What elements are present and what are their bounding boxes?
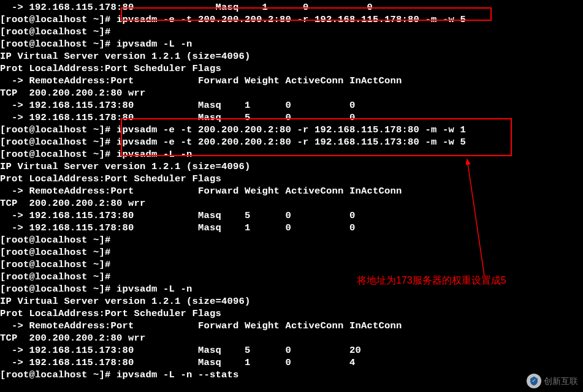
terminal-line: TCP 200.200.200.2:80 wrr [0, 332, 583, 344]
terminal-line: [root@localhost ~]# [0, 234, 583, 246]
terminal-line: [root@localhost ~]# ipvsadm -e -t 200.20… [0, 136, 583, 148]
terminal-line: [root@localhost ~]# ipvsadm -e -t 200.20… [0, 13, 583, 26]
terminal-line: [root@localhost ~]# ipvsadm -L -n [0, 38, 583, 50]
terminal-line: Prot LocalAddress:Port Scheduler Flags [0, 307, 583, 320]
terminal-line: [root@localhost ~]# [0, 246, 583, 258]
watermark-logo-icon [527, 374, 541, 388]
terminal-line: Prot LocalAddress:Port Scheduler Flags [0, 62, 583, 75]
terminal-line: [root@localhost ~]# ipvsadm -L -n [0, 148, 583, 160]
terminal-line: TCP 200.200.200.2:80 wrr [0, 87, 583, 99]
terminal-line: -> 192.168.115.178:80 Masq 1 0 0 [0, 1, 583, 13]
terminal-line: -> RemoteAddress:Port Forward Weight Act… [0, 75, 583, 87]
terminal-line: [root@localhost ~]# [0, 26, 583, 38]
terminal-line: -> 192.168.115.173:80 Masq 5 0 0 [0, 209, 583, 222]
terminal-line: -> 192.168.115.173:80 Masq 1 0 0 [0, 99, 583, 111]
terminal-line: -> RemoteAddress:Port Forward Weight Act… [0, 185, 583, 197]
terminal-line: -> 192.168.115.178:80 Masq 5 0 0 [0, 111, 583, 124]
terminal-line: -> 192.168.115.178:80 Masq 1 0 4 [0, 356, 583, 369]
terminal-line: IP Virtual Server version 1.2.1 (size=40… [0, 295, 583, 307]
annotation-text: 将地址为173服务器的权重设置成5 [357, 274, 506, 287]
terminal-line: Prot LocalAddress:Port Scheduler Flags [0, 173, 583, 185]
watermark: 创新互联 [527, 374, 578, 388]
terminal-line: [root@localhost ~]# ipvsadm -e -t 200.20… [0, 124, 583, 136]
terminal-line: -> 192.168.115.178:80 Masq 1 0 0 [0, 222, 583, 234]
terminal-line: IP Virtual Server version 1.2.1 (size=40… [0, 160, 583, 173]
terminal-line: -> RemoteAddress:Port Forward Weight Act… [0, 320, 583, 332]
terminal-line: [root@localhost ~]# [0, 258, 583, 271]
terminal-line: [root@localhost ~]# ipvsadm -L -n --stat… [0, 369, 583, 381]
terminal-line: -> 192.168.115.173:80 Masq 5 0 20 [0, 344, 583, 356]
terminal-line: IP Virtual Server version 1.2.1 (size=40… [0, 50, 583, 62]
terminal-line: TCP 200.200.200.2:80 wrr [0, 197, 583, 209]
watermark-text: 创新互联 [544, 375, 578, 387]
